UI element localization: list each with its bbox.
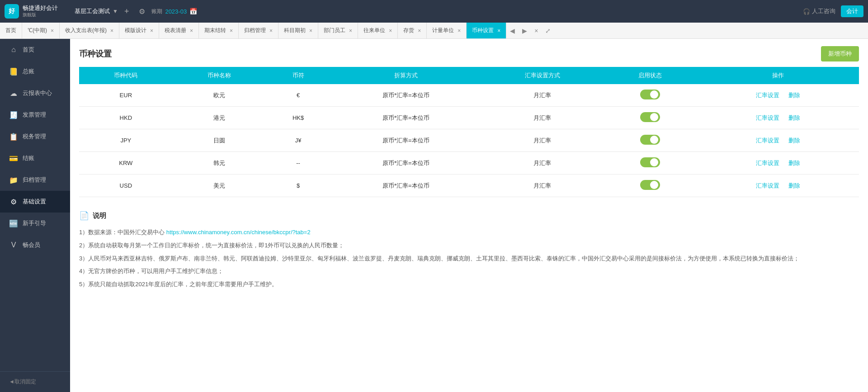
delete-link[interactable]: 删除 <box>788 160 800 166</box>
tab-subjects[interactable]: 科目期初 × <box>278 23 318 38</box>
table-row: EUR 欧元 € 原币*汇率=本位币 月汇率 汇率设置 删除 <box>79 84 859 107</box>
tab-income-close[interactable]: × <box>110 28 113 34</box>
tab-close-window-button[interactable]: × <box>531 27 542 34</box>
toggle-enabled[interactable] <box>640 135 660 145</box>
cell-status[interactable] <box>604 152 697 175</box>
tab-inventory[interactable]: 存货 × <box>398 23 427 38</box>
sidebar-label-reports: 云报表中心 <box>23 89 52 97</box>
help-button[interactable]: 🎧 人工咨询 <box>803 7 835 15</box>
tab-home-label: 首页 <box>5 27 16 34</box>
tab-dept-close[interactable]: × <box>349 28 352 34</box>
sidebar-item-basic-settings[interactable]: ⚙ 基础设置 <box>0 191 70 213</box>
delete-link[interactable]: 删除 <box>788 114 800 121</box>
delete-link[interactable]: 删除 <box>788 137 800 144</box>
notes-link[interactable]: https://www.chinamoney.com.cn/chinese/bk… <box>166 229 311 236</box>
sidebar-label-archive: 归档管理 <box>23 176 46 184</box>
ledger-icon: 📒 <box>9 67 18 76</box>
cell-code: USD <box>79 175 173 197</box>
workspace-selector[interactable]: 基层工会测试 ▼ + ⚙ 账期 2023-03 📅 <box>75 7 803 16</box>
cell-code: JPY <box>79 129 173 152</box>
user-role-button[interactable]: 会计 <box>841 5 863 17</box>
toggle-enabled[interactable] <box>640 157 660 167</box>
cell-status[interactable] <box>604 107 697 129</box>
notes-list: 1）数据来源：中国外汇交易中心 https://www.chinamoney.c… <box>79 228 859 289</box>
sidebar-label-basic-settings: 基础设置 <box>23 198 46 206</box>
tab-period[interactable]: ℃(中期) × <box>22 23 60 38</box>
tab-period-label: ℃(中期) <box>28 27 47 34</box>
notes-title-text: 说明 <box>93 212 106 220</box>
col-code: 币种代码 <box>79 67 173 84</box>
cell-code: KRW <box>79 152 173 175</box>
sidebar-pin-button[interactable]: ◄取消固定 <box>0 371 70 392</box>
cell-status[interactable] <box>604 175 697 197</box>
tab-counterparty-close[interactable]: × <box>389 28 392 34</box>
tab-unit-close[interactable]: × <box>458 28 461 34</box>
workspace-name: 基层工会测试 <box>75 7 110 15</box>
tab-tax[interactable]: 税表清册 × <box>159 23 199 38</box>
rate-setting-link[interactable]: 汇率设置 <box>756 182 779 189</box>
sidebar-item-ledger[interactable]: 📒 总账 <box>0 61 70 82</box>
tab-tax-close[interactable]: × <box>190 28 193 34</box>
notes-section: 📄 说明 1）数据来源：中国外汇交易中心 https://www.chinamo… <box>70 197 868 307</box>
settings-icon[interactable]: ⚙ <box>139 7 145 16</box>
table-row: USD 美元 $ 原币*汇率=本位币 月汇率 汇率设置 删除 <box>79 175 859 197</box>
table-row: HKD 港元 HK$ 原币*汇率=本位币 月汇率 汇率设置 删除 <box>79 107 859 129</box>
tab-subjects-close[interactable]: × <box>309 28 312 34</box>
currency-table: 币种代码 币种名称 币符 折算方式 汇率设置方式 启用状态 操作 EUR 欧元 … <box>79 67 859 197</box>
pin-label: ◄取消固定 <box>9 378 36 386</box>
delete-link[interactable]: 删除 <box>788 92 800 99</box>
cell-status[interactable] <box>604 84 697 107</box>
logo-text: 畅捷通好会计 <box>23 5 58 12</box>
tab-income[interactable]: 收入支出表(年报) × <box>60 23 119 38</box>
rate-setting-link[interactable]: 汇率设置 <box>756 114 779 121</box>
sidebar-item-home[interactable]: ⌂ 首页 <box>0 39 70 61</box>
sidebar-label-member: 畅会员 <box>23 241 40 249</box>
sidebar-item-invoice[interactable]: 🧾 发票管理 <box>0 104 70 126</box>
tab-unit[interactable]: 计量单位 × <box>427 23 467 38</box>
tab-period-end-close[interactable]: × <box>230 28 233 34</box>
tab-period-end[interactable]: 期末结转 × <box>199 23 239 38</box>
tab-currency[interactable]: 币种设置 × <box>467 23 506 38</box>
sidebar-item-checkout[interactable]: 💳 结账 <box>0 147 70 169</box>
page-header: 币种设置 新增币种 <box>70 39 868 67</box>
tab-counterparty[interactable]: 往来单位 × <box>358 23 398 38</box>
sidebar-item-tax[interactable]: 📋 税务管理 <box>0 126 70 147</box>
new-currency-button[interactable]: 新增币种 <box>821 46 859 61</box>
notes-item: 3）人民币对马来西亚林吉特、俄罗斯卢布、南非兰特、韩元、阿联酋迪拉姆、沙特里亚尔… <box>79 254 859 264</box>
rate-setting-link[interactable]: 汇率设置 <box>756 92 779 99</box>
tab-template-close[interactable]: × <box>150 28 153 34</box>
sidebar-item-archive[interactable]: 📁 归档管理 <box>0 169 70 191</box>
tab-archive-close[interactable]: × <box>269 28 273 34</box>
tab-unit-label: 计量单位 <box>432 27 454 34</box>
tab-archive[interactable]: 归档管理 × <box>239 23 278 38</box>
rate-setting-link[interactable]: 汇率设置 <box>756 137 779 144</box>
col-rate-type: 汇率设置方式 <box>481 67 604 84</box>
cloud-icon: ☁ <box>9 89 18 98</box>
tab-next-button[interactable]: ▶ <box>519 27 531 34</box>
tab-period-close[interactable]: × <box>51 28 54 34</box>
toggle-enabled[interactable] <box>640 90 660 99</box>
calendar-icon[interactable]: 📅 <box>189 8 197 15</box>
sidebar-item-member[interactable]: V 畅会员 <box>0 234 70 256</box>
cell-rate-type: 月汇率 <box>481 84 604 107</box>
logo-text-block: 畅捷通好会计 旗舰版 <box>23 5 58 18</box>
toggle-enabled[interactable] <box>640 180 660 190</box>
rate-setting-link[interactable]: 汇率设置 <box>756 160 779 166</box>
tab-inventory-close[interactable]: × <box>418 28 421 34</box>
tab-dept[interactable]: 部门员工 × <box>318 23 358 38</box>
cell-status[interactable] <box>604 129 697 152</box>
sidebar-item-reports[interactable]: ☁ 云报表中心 <box>0 82 70 104</box>
sidebar-item-guide[interactable]: 🆕 新手引导 <box>0 213 70 234</box>
toggle-enabled[interactable] <box>640 112 660 122</box>
add-workspace-button[interactable]: + <box>124 7 129 16</box>
tab-currency-close[interactable]: × <box>497 28 500 34</box>
tab-template[interactable]: 模版设计 × <box>119 23 159 38</box>
cell-name: 美元 <box>173 175 266 197</box>
notes-item: 1）数据来源：中国外汇交易中心 https://www.chinamoney.c… <box>79 228 859 237</box>
home-icon: ⌂ <box>9 45 18 54</box>
tab-home[interactable]: 首页 <box>0 23 22 38</box>
tab-prev-button[interactable]: ◀ <box>506 27 519 34</box>
delete-link[interactable]: 删除 <box>788 182 800 189</box>
tab-expand-button[interactable]: ⤢ <box>542 27 554 34</box>
cell-rate-type: 月汇率 <box>481 129 604 152</box>
